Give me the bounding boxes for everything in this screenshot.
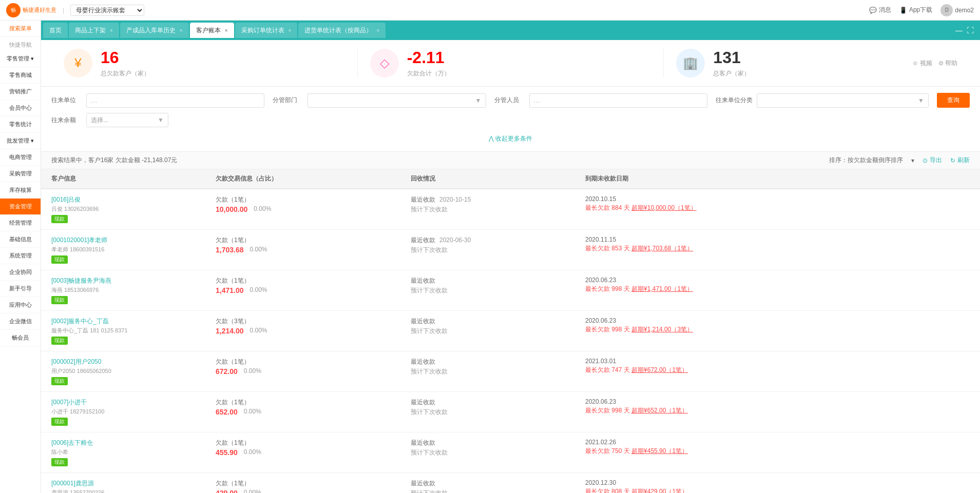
table-row: [000002]用户2050 用户2050 18665062050 现款 欠款（… [41,351,980,392]
tab-purchase-order-close[interactable]: × [289,28,292,33]
sidebar-item-retail-mgmt[interactable]: 零售管理 ▾ [0,51,41,67]
video-action[interactable]: ⊙ 视频 [913,59,932,68]
sidebar-item-newbie[interactable]: 新手引导 [0,281,41,297]
tab-inbound-stat[interactable]: 进货单统计表（按商品） × [298,23,386,38]
sidebar-item-inventory[interactable]: 库存核算 [0,182,41,199]
table-row: [000001]龚思源 龚思源 13552700226 现款 欠款（1笔） 42… [41,473,980,493]
customer-name-2[interactable]: [0001020001]孝老师 [51,236,107,244]
export-button[interactable]: ⊙ 导出 [923,156,942,165]
sidebar-item-enterprise-wechat[interactable]: 企业微信 [0,313,41,330]
customer-tag-2: 现款 [51,255,68,264]
sidebar-search[interactable]: 搜索菜单 [0,21,41,37]
overdue-link-2[interactable]: 超期¥1,703.68（1笔） [631,245,693,252]
overdue-link-8[interactable]: 超期¥429.00（1笔） [631,488,688,493]
overdue-date-8: 2020.12.30 [585,479,970,486]
tab-customer-account-close[interactable]: × [225,28,228,33]
filter-unit-class: 往来单位分类 ▼ [716,93,929,108]
app-download-action[interactable]: 📱 App下载 [899,6,932,14]
return-latest-7: 最近收款 [411,439,585,447]
sidebar-item-capital[interactable]: 资金管理 [0,199,41,215]
filter-balance-value: 选择... [91,116,108,125]
tab-home[interactable]: 首页 [43,23,68,38]
customer-name-4[interactable]: [0002]服务中心_丁磊 [51,318,109,325]
sidebar-item-system[interactable]: 系统管理 [0,248,41,264]
cell-debt-7: 欠款（1笔） 455.90 0.00% [216,439,411,457]
cell-debt-2: 欠款（1笔） 1,703.68 0.00% [216,236,411,254]
sidebar-item-app-center[interactable]: 应用中心 [0,297,41,313]
customer-name-6[interactable]: [0007]小进千 [51,399,87,406]
filter-person: 分管人员 ... [494,93,707,108]
sidebar-item-member[interactable]: 会员中心 [0,100,41,116]
chevron-down-icon[interactable]: ▾ [911,157,914,164]
return-next-1: 预计下次收款 [411,205,585,214]
filter-person-input[interactable]: ... [529,93,707,108]
tab-products-on-off[interactable]: 商品上下架 × [69,23,119,38]
filter-balance-select[interactable]: 选择... ▼ [86,113,168,127]
tab-customer-account[interactable]: 客户账本 × [190,23,234,38]
query-button[interactable]: 查询 [937,93,970,108]
overdue-link-6[interactable]: 超期¥652.00（1笔） [631,407,688,414]
sidebar-item-retail-shop[interactable]: 零售商城 [0,67,41,84]
tab-purchase-order[interactable]: 采购订单统计表 × [235,23,298,38]
debt-count-8: 欠款（1笔） [216,479,411,488]
customer-tag-3: 现款 [51,296,68,304]
customer-name-5[interactable]: [000002]用户2050 [51,358,101,365]
filter-unit-class-select[interactable]: ▼ [757,93,929,108]
tab-product-history-close[interactable]: × [180,28,183,33]
tab-minimize-btn[interactable]: — [955,26,963,34]
table-row: [0007]小进千 小进千 18279152100 现款 欠款（1笔） 652.… [41,392,980,432]
customer-name-1[interactable]: [0016]吕俊 [51,196,81,203]
sidebar-item-enterprise[interactable]: 企业协同 [0,264,41,281]
help-action[interactable]: ⊘ 帮助 [938,59,957,68]
tab-product-history[interactable]: 产成品入库单历史 × [120,23,189,38]
return-next-2: 预计下次收款 [411,246,585,254]
th-debt: 欠款交易信息（占比） [216,174,411,183]
data-table: 客户信息 欠款交易信息（占比） 回收情况 到期未收款日期 [0016]吕俊 吕俊… [41,169,980,493]
sidebar-nav-label[interactable]: 快捷导航 [0,37,41,51]
sidebar-item-marketing[interactable]: 营销推广 [0,84,41,100]
customer-name-7[interactable]: [0006]去下粮仓 [51,439,93,446]
customer-name-3[interactable]: [0003]畅捷服务尹海燕 [51,277,111,284]
card-info-owed-amount: -2.11 欠款合计（万） [407,48,450,78]
user-action[interactable]: D demo2 [940,4,974,16]
filter-unit-class-label: 往来单位分类 [716,96,753,105]
debt-ratio-1: 0.00% [254,205,271,212]
filter-from-unit-label: 往来单位 [51,96,82,105]
overdue-link-3[interactable]: 超期¥1,471.00（1笔） [631,285,693,292]
sidebar-item-basic-info[interactable]: 基础信息 [0,231,41,248]
customer-name-8[interactable]: [000001]龚思源 [51,480,94,487]
debt-row-1: 10,000.00 0.00% [216,204,411,213]
top-bar-right: 💬 消息 📱 App下载 D demo2 [869,4,974,16]
cell-return-3: 最近收款 预计下次收款 [411,277,585,295]
sidebar-item-vip[interactable]: 畅会员 [0,330,41,346]
sidebar-item-ecommerce[interactable]: 电商管理 [0,149,41,166]
tenant-select[interactable]: 母婴行业演示账套 [70,5,144,16]
overdue-link-5[interactable]: 超期¥672.00（1笔） [631,366,688,373]
sidebar-item-batch-mgmt[interactable]: 批发管理 ▾ [0,133,41,149]
sidebar-item-operation[interactable]: 经营管理 [0,215,41,231]
overdue-link-4[interactable]: 超期¥1,214.00（3笔） [631,326,693,333]
cell-overdue-1: 2020.10.15 最长欠款 884 天 超期¥10,000.00（1笔） [585,195,970,212]
overdue-info-2: 最长欠款 853 天 超期¥1,703.68（1笔） [585,244,970,253]
tab-inbound-stat-close[interactable]: × [376,28,379,33]
refresh-button[interactable]: ↻ 刷新 [950,156,970,165]
table-row: [0006]去下粮仓 陈小希 现款 欠款（1笔） 455.90 0.00% [41,432,980,473]
message-action[interactable]: 💬 消息 [869,6,891,14]
tab-maximize-btn[interactable]: ⛶ [967,26,974,34]
overdue-link-1[interactable]: 超期¥10,000.00（1笔） [631,204,697,211]
tab-products-on-off-close[interactable]: × [110,28,113,33]
return-latest-3: 最近收款 [411,277,585,285]
sidebar-item-retail-stat[interactable]: 零售统计 [0,116,41,133]
cell-customer-4: [0002]服务中心_丁磊 服务中心_丁磊 181 0125 8371 现款 [51,317,216,345]
debt-amount-5: 672.00 [216,367,238,376]
filter-from-unit-input[interactable]: ... [86,93,264,108]
result-actions: 排序：按欠款金额倒序排序 ▾ ⊙ 导出 ↻ 刷新 [829,156,970,165]
cell-return-8: 最近收款 预计下次收款 [411,479,585,493]
overdue-link-7[interactable]: 超期¥455.90（1笔） [631,447,688,455]
debt-amount-6: 652.00 [216,408,238,416]
summary-card-owed-amount: ◇ -2.11 欠款合计（万） [358,48,664,78]
sidebar-item-purchase[interactable]: 采购管理 [0,166,41,182]
filter-dept-select[interactable]: ▼ [308,93,486,108]
collapse-bar[interactable]: ⋀ 收起更多条件 [51,132,970,145]
debt-amount-8: 429.00 [216,489,238,493]
